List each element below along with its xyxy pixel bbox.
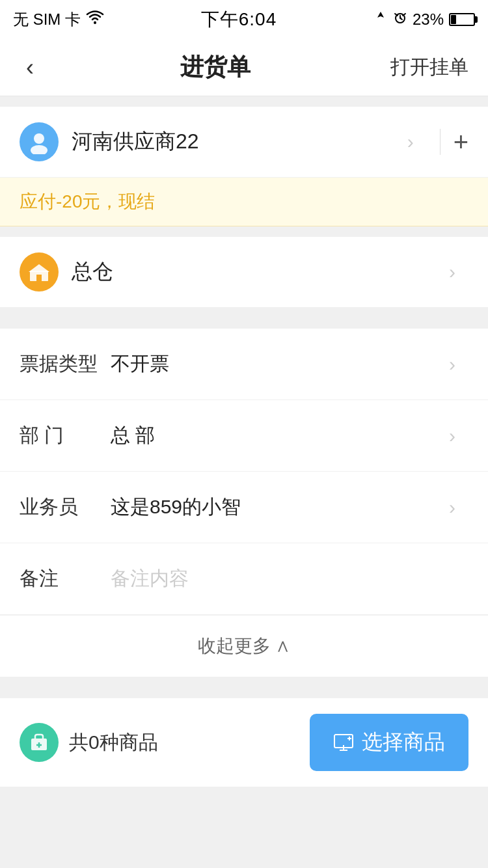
warehouse-name: 总仓 <box>72 258 449 286</box>
footer-area <box>0 787 488 868</box>
separator-2 <box>0 226 488 237</box>
invoice-type-value: 不开票 <box>111 351 449 377</box>
remarks-label: 备注 <box>20 565 111 592</box>
supplier-card: 河南供应商22 › + 应付-20元，现结 <box>0 107 488 226</box>
battery-percent: 23% <box>413 10 444 29</box>
back-button[interactable]: ‹ <box>20 47 40 88</box>
open-pending-button[interactable]: 打开挂单 <box>390 54 468 81</box>
separator-1 <box>0 96 488 107</box>
svg-rect-6 <box>36 275 42 281</box>
salesperson-label: 业务员 <box>20 494 111 521</box>
svg-point-3 <box>31 145 47 154</box>
salesperson-chevron-icon: › <box>449 496 455 519</box>
separator-4 <box>0 677 488 687</box>
department-value: 总 部 <box>111 422 449 449</box>
warehouse-row[interactable]: 总仓 › <box>0 237 488 308</box>
svg-marker-5 <box>29 264 49 272</box>
add-supplier-button[interactable]: + <box>454 128 468 157</box>
nav-bar: ‹ 进货单 打开挂单 <box>0 39 488 96</box>
department-label: 部 门 <box>20 422 111 449</box>
battery-icon <box>449 13 475 26</box>
product-count-wrap: 共0种商品 <box>20 723 158 762</box>
warehouse-card: 总仓 › <box>0 237 488 308</box>
status-right: 23% <box>373 10 475 29</box>
gps-icon <box>373 10 388 29</box>
salesperson-row[interactable]: 业务员 这是859的小智 › <box>0 472 488 543</box>
select-product-label: 选择商品 <box>362 728 445 757</box>
supplier-name: 河南供应商22 <box>72 128 407 156</box>
collapse-button[interactable]: 收起更多 ∧ <box>0 615 488 677</box>
vertical-divider <box>440 129 441 155</box>
remarks-row[interactable]: 备注 备注内容 <box>0 543 488 615</box>
status-left: 无 SIM 卡 <box>13 9 104 30</box>
supplier-row[interactable]: 河南供应商22 › + <box>0 107 488 178</box>
svg-point-2 <box>34 133 44 144</box>
svg-point-0 <box>94 21 96 24</box>
status-time: 下午6:04 <box>201 7 277 32</box>
invoice-type-row[interactable]: 票据类型 不开票 › <box>0 329 488 400</box>
status-bar: 无 SIM 卡 下午6:04 23% <box>0 0 488 39</box>
invoice-type-label: 票据类型 <box>20 351 111 377</box>
warehouse-icon <box>20 252 59 292</box>
separator-3 <box>0 308 488 318</box>
notice-banner: 应付-20元，现结 <box>0 178 488 226</box>
department-chevron-icon: › <box>449 425 455 447</box>
product-icon <box>20 723 59 762</box>
invoice-type-chevron-icon: › <box>449 353 455 375</box>
form-section: 票据类型 不开票 › 部 门 总 部 › 业务员 这是859的小智 › 备注 备… <box>0 329 488 677</box>
select-product-button[interactable]: 选择商品 <box>310 714 468 771</box>
page-title: 进货单 <box>180 51 251 83</box>
remarks-input[interactable]: 备注内容 <box>111 565 468 592</box>
warehouse-chevron-icon: › <box>449 261 455 283</box>
department-row[interactable]: 部 门 总 部 › <box>0 400 488 472</box>
bottom-bar: 共0种商品 选择商品 <box>0 698 488 787</box>
wifi-icon <box>86 10 104 29</box>
alarm-icon <box>393 10 407 29</box>
carrier-label: 无 SIM 卡 <box>13 9 81 30</box>
supplier-chevron-icon: › <box>407 131 414 153</box>
supplier-avatar <box>20 122 59 161</box>
product-count-text: 共0种商品 <box>69 729 158 756</box>
salesperson-value: 这是859的小智 <box>111 494 449 521</box>
